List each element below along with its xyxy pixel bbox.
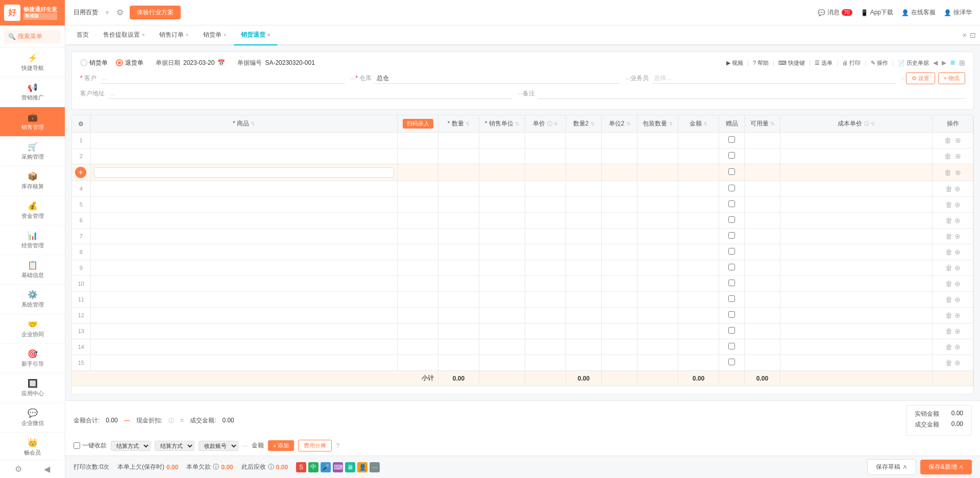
address-input[interactable] — [108, 88, 512, 99]
history-toolbar-item[interactable]: 📄历史单据 — [898, 59, 929, 67]
close-sales-return-tab[interactable]: × — [267, 32, 271, 38]
radio-sale[interactable]: 销货单 — [80, 59, 108, 67]
logistics-button[interactable]: + 物流 — [938, 72, 965, 84]
unit-cell[interactable] — [479, 148, 525, 164]
gift-checkbox[interactable] — [728, 295, 735, 302]
next-doc-button[interactable]: ▶ — [942, 59, 946, 66]
amount-sort-icon[interactable]: ⇅ — [703, 121, 707, 127]
delete-row-button[interactable]: 🗑 — [944, 215, 953, 225]
settlement-method-select[interactable]: 结算方式 — [111, 441, 151, 451]
delete-row-button[interactable]: 🗑 — [944, 358, 953, 368]
unit2-sort-icon[interactable]: ⇅ — [626, 121, 630, 127]
delete-row-button[interactable]: 🗑 — [944, 294, 953, 305]
unit-sort-icon[interactable]: ⇅ — [515, 121, 519, 127]
gift-cell[interactable] — [719, 133, 745, 148]
cost-sort-icon[interactable]: ⇅ — [871, 121, 875, 127]
copy-row-button[interactable]: ⊕ — [953, 199, 962, 210]
delete-row-button[interactable]: 🗑 — [943, 135, 952, 145]
delete-row-button[interactable]: 🗑 — [944, 199, 953, 210]
shortcut-toolbar-item[interactable]: ⌨快捷键 — [778, 59, 805, 67]
copy-row-button[interactable]: ⊕ — [954, 135, 962, 145]
account-more-button[interactable]: ··· — [242, 442, 248, 449]
salesperson-input[interactable] — [652, 73, 895, 84]
amount-cell[interactable] — [678, 148, 719, 164]
radio-return[interactable]: 退货单 — [116, 59, 143, 67]
copy-row-button[interactable]: ⊕ — [953, 247, 962, 257]
sys-icon-s[interactable]: S — [296, 462, 306, 472]
online-service-button[interactable]: 👤 在线客服 — [901, 8, 936, 17]
qty-sort-icon[interactable]: ⇅ — [465, 121, 470, 127]
sidebar-item-marketing[interactable]: 📢 营销推广 — [0, 78, 65, 107]
copy-row-button[interactable]: ⊕ — [953, 294, 962, 305]
warehouse-more-button[interactable]: ··· — [625, 75, 630, 82]
print-toolbar-item[interactable]: 🖨打印 — [842, 59, 861, 67]
copy-row-button[interactable]: ⊕ — [953, 263, 962, 273]
qty2-cell[interactable] — [566, 148, 602, 164]
single-due-icon[interactable]: ⓘ — [213, 463, 219, 471]
experience-plan-button[interactable]: 体验行业方案 — [130, 6, 181, 19]
copy-row-button[interactable]: ⊕ — [953, 342, 962, 352]
amount-cell[interactable] — [678, 133, 719, 148]
sys-icon-mic[interactable]: 🎤 — [321, 462, 331, 472]
available-sort-icon[interactable]: ⇅ — [770, 121, 774, 127]
collapse-icon[interactable]: ◀ — [44, 464, 50, 474]
gift-checkbox[interactable] — [728, 185, 735, 191]
sidebar-item-operations[interactable]: 📊 经营管理 — [0, 225, 65, 255]
price-cell-active[interactable] — [525, 164, 566, 181]
customer-more-button[interactable]: ··· — [350, 75, 355, 82]
price-cell[interactable] — [525, 133, 566, 148]
copy-row-button[interactable]: ⊕ — [953, 184, 962, 194]
unit2-cell[interactable] — [602, 148, 638, 164]
gift-checkbox[interactable] — [728, 200, 735, 207]
delete-row-button[interactable]: 🗑 — [943, 151, 952, 161]
pkg-qty-cell[interactable] — [638, 133, 678, 148]
address-more-button[interactable]: ··· — [518, 90, 523, 97]
delete-row-button[interactable]: 🗑 — [944, 342, 953, 352]
search-menu-button[interactable]: 🔍 搜索菜单 — [4, 30, 61, 43]
sidebar-item-quicknav[interactable]: ⚡ 快捷导航 — [0, 48, 65, 78]
sidebar-item-inventory[interactable]: 📦 库存核算 — [0, 166, 65, 196]
qty2-cell[interactable] — [566, 133, 602, 148]
delete-active-row-button[interactable]: 🗑 — [943, 167, 952, 178]
unit-cell[interactable] — [479, 133, 525, 148]
grid-view-button[interactable]: ⊞ — [959, 59, 965, 67]
topbar-settings-icon[interactable]: ⚙ — [116, 8, 124, 17]
breadcrumb-select[interactable]: 日用百货 — [74, 8, 98, 17]
unit-cell-active[interactable] — [479, 164, 525, 181]
price-info-icon[interactable]: ⓘ — [547, 121, 552, 127]
cost-info-icon[interactable]: ⓘ — [864, 121, 869, 127]
gift-checkbox[interactable] — [728, 248, 735, 255]
sidebar-item-system[interactable]: ⚙️ 系统管理 — [0, 285, 65, 314]
copy-row-button[interactable]: ⊕ — [954, 151, 962, 161]
qty2-sort-icon[interactable]: ⇅ — [591, 121, 595, 127]
one-click-checkbox[interactable] — [74, 442, 80, 449]
discount-help-icon[interactable]: ⓘ — [168, 417, 174, 424]
one-click-payment-checkbox[interactable]: 一键收款 — [74, 441, 107, 450]
gift-checkbox[interactable] — [728, 280, 735, 286]
sidebar-item-member[interactable]: 👑 畅会员 — [0, 433, 65, 460]
pkg-sort-icon[interactable]: ⇅ — [669, 121, 673, 127]
gift-checkbox[interactable] — [728, 311, 735, 318]
user-avatar[interactable]: 👤 徐泽华 — [944, 8, 972, 17]
product-input-inline[interactable] — [94, 167, 395, 178]
product-input-cell[interactable] — [90, 164, 398, 181]
sys-icon-person[interactable]: 👤 — [357, 462, 368, 472]
tab-sales-invoice[interactable]: 销货单 × — [196, 26, 234, 45]
note-input[interactable] — [538, 88, 965, 99]
price-sort-icon[interactable]: ⇅ — [554, 121, 558, 127]
gift-checkbox[interactable] — [728, 232, 735, 239]
sidebar-item-enterprise[interactable]: 🤝 企业协同 — [0, 314, 65, 344]
copy-row-button[interactable]: ⊕ — [953, 215, 962, 225]
delete-row-button[interactable]: 🗑 — [944, 247, 953, 257]
save-draft-button[interactable]: 保存草稿 ∧ — [867, 459, 916, 475]
sys-icon-keyboard[interactable]: ⌨ — [333, 462, 343, 472]
qty2-cell-active[interactable] — [566, 164, 602, 181]
sys-icon-desktop[interactable]: 🖥 — [345, 462, 355, 472]
sidebar-item-apps[interactable]: 🔲 应用中心 — [0, 373, 65, 403]
warehouse-input[interactable] — [375, 73, 620, 84]
calc-method-select[interactable]: 结算方式 — [155, 441, 194, 451]
video-toolbar-item[interactable]: ▶视频 — [726, 59, 743, 67]
copy-row-button[interactable]: ⊕ — [953, 358, 962, 368]
gift-checkbox[interactable] — [728, 359, 735, 365]
copy-row-button[interactable]: ⊕ — [953, 310, 962, 320]
